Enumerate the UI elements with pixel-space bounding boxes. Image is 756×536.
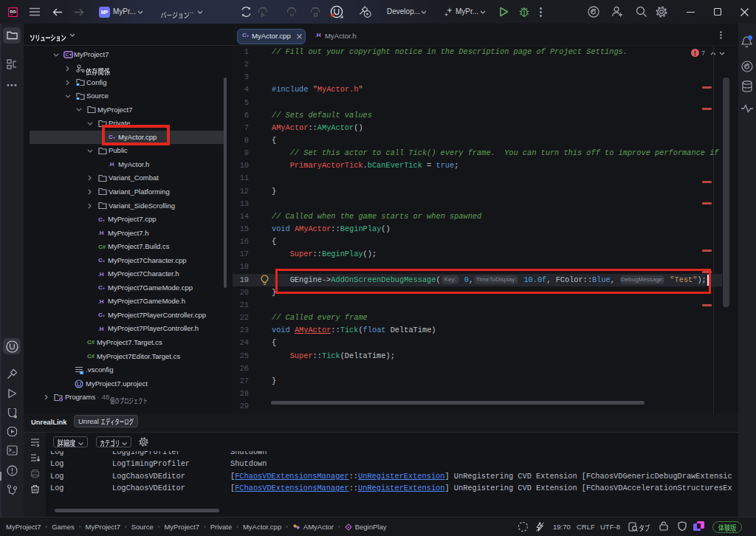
svg-text:RD: RD	[10, 10, 16, 14]
svg-text:C: C	[65, 53, 69, 58]
